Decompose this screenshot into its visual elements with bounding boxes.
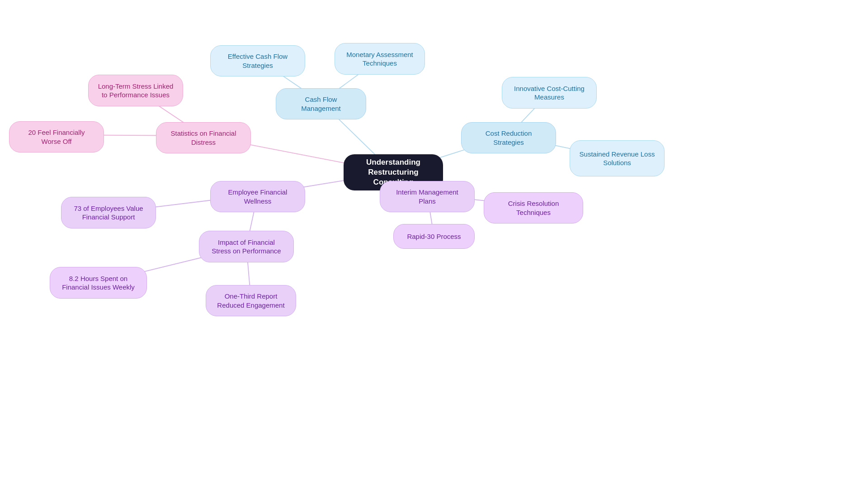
node-impact-stress[interactable]: Impact of Financial Stress on Performanc… (199, 231, 294, 262)
node-interim[interactable]: Interim Management Plans (380, 181, 475, 212)
node-employee-wellness[interactable]: Employee Financial Wellness (210, 181, 305, 212)
node-innovative[interactable]: Innovative Cost-Cutting Measures (502, 77, 597, 109)
node-rapid30[interactable]: Rapid-30 Process (393, 224, 475, 249)
node-cash-flow[interactable]: Cash Flow Management (276, 88, 366, 119)
node-cost-reduction[interactable]: Cost Reduction Strategies (461, 122, 556, 153)
node-monetary[interactable]: Monetary Assessment Techniques (335, 43, 425, 75)
node-sustained[interactable]: Sustained Revenue Loss Solutions (570, 140, 665, 176)
node-effective-cash[interactable]: Effective Cash Flow Strategies (210, 45, 305, 76)
node-8-hours[interactable]: 8.2 Hours Spent on Financial Issues Week… (50, 267, 147, 299)
mindmap-container: Understanding Restructuring ConsultingCa… (0, 0, 868, 490)
node-worse-off[interactable]: 20 Feel Financially Worse Off (9, 121, 104, 152)
node-long-term[interactable]: Long-Term Stress Linked to Performance I… (88, 75, 183, 106)
node-crisis[interactable]: Crisis Resolution Techniques (484, 192, 583, 224)
node-73-employees[interactable]: 73 of Employees Value Financial Support (61, 197, 156, 228)
node-one-third[interactable]: One-Third Report Reduced Engagement (206, 285, 296, 316)
node-stats-distress[interactable]: Statistics on Financial Distress (156, 122, 251, 153)
